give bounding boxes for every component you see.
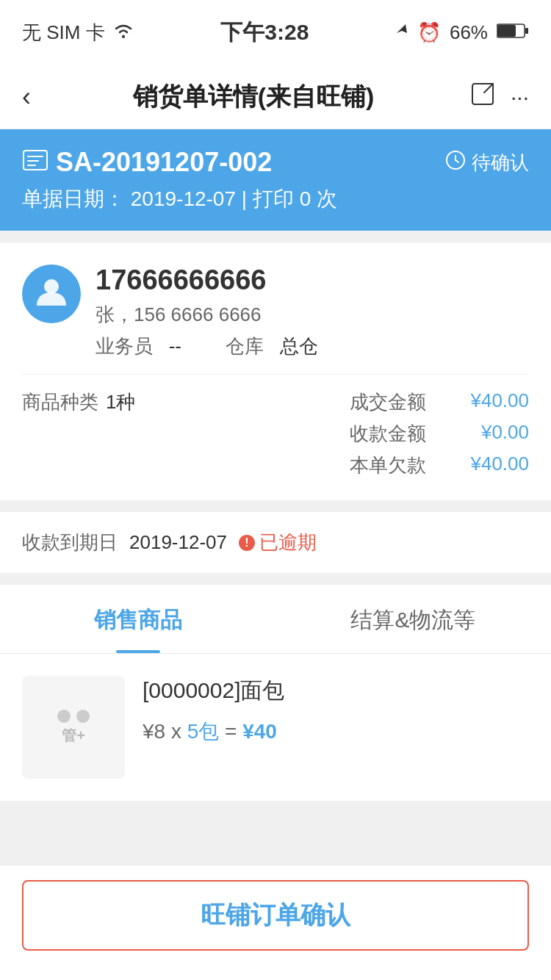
order-header: SA-20191207-002 待确认 单据日期： 2019-12-07 | 打… xyxy=(0,129,551,231)
product-name: [0000002]面包 xyxy=(143,676,529,706)
product-types-value: 1种 xyxy=(106,389,135,415)
amounts: 成交金额 ¥40.00 收款金额 ¥0.00 本单欠款 ¥40.00 xyxy=(350,389,529,478)
due-date-value: 2019-12-07 xyxy=(129,531,227,554)
page-title: 销货单详情(来自旺铺) xyxy=(66,80,441,114)
brand-eye-right xyxy=(76,710,90,723)
product-price: ¥8 x 5包 = ¥40 xyxy=(143,718,529,746)
received-label: 收款金额 xyxy=(350,421,426,447)
order-id: SA-20191207-002 xyxy=(22,147,272,178)
warehouse-label: 仓库 xyxy=(226,335,264,357)
battery-text: 66% xyxy=(450,21,488,44)
product-qty: 5包 xyxy=(187,720,220,743)
due-label: 本单欠款 xyxy=(350,453,426,478)
received-value: ¥0.00 xyxy=(441,421,529,447)
brand-text: 管+ xyxy=(62,726,85,746)
due-row: 本单欠款 ¥40.00 xyxy=(350,453,529,478)
product-types-row: 商品种类 1种 xyxy=(22,389,135,415)
customer-meta: 业务员 -- 仓库 总仓 xyxy=(96,334,529,359)
salesperson-value: -- xyxy=(169,335,181,357)
status-text: 待确认 xyxy=(472,150,529,176)
divider-1 xyxy=(22,374,529,375)
order-id-text: SA-20191207-002 xyxy=(56,147,272,178)
tab-products[interactable]: 销售商品 xyxy=(0,585,276,653)
alarm-icon: ⏰ xyxy=(417,21,441,44)
bottom-action: 旺铺订单确认 xyxy=(0,865,551,980)
customer-section: 17666666666 张，156 6666 6666 业务员 -- 仓库 总仓 xyxy=(22,264,529,359)
transaction-row: 成交金额 ¥40.00 xyxy=(350,389,529,415)
product-types-label: 商品种类 xyxy=(22,389,98,415)
confirm-button[interactable]: 旺铺订单确认 xyxy=(22,880,529,951)
more-icon[interactable]: ··· xyxy=(511,84,529,109)
product-details: [0000002]面包 ¥8 x 5包 = ¥40 xyxy=(143,676,529,779)
transaction-label: 成交金额 xyxy=(350,389,426,415)
location-icon xyxy=(395,21,408,44)
tabs-header: 销售商品 结算&物流等 xyxy=(0,585,551,654)
wifi-icon xyxy=(112,21,134,44)
order-icon xyxy=(22,147,48,178)
received-row: 收款金额 ¥0.00 xyxy=(350,421,529,447)
nav-bar: ‹ 销货单详情(来自旺铺) ··· xyxy=(0,65,551,129)
tab-settlement[interactable]: 结算&物流等 xyxy=(276,585,551,653)
price-unit: ¥8 xyxy=(143,720,165,743)
clock-icon xyxy=(445,150,466,176)
transaction-value: ¥40.00 xyxy=(441,389,529,415)
due-date-label: 收款到期日 xyxy=(22,530,118,555)
due-date-section: 收款到期日 2019-12-07 ! 已逾期 xyxy=(0,512,551,573)
brand-eyes xyxy=(57,710,90,723)
multiply-sign: x xyxy=(171,720,187,743)
status-time: 下午3:28 xyxy=(220,18,309,48)
svg-point-0 xyxy=(122,35,125,38)
status-left: 无 SIM 卡 xyxy=(22,20,134,46)
customer-card: 17666666666 张，156 6666 6666 业务员 -- 仓库 总仓 xyxy=(0,242,551,500)
svg-rect-3 xyxy=(525,28,528,34)
order-header-top: SA-20191207-002 待确认 xyxy=(22,147,529,178)
warehouse-info: 仓库 总仓 xyxy=(226,334,318,359)
overdue-text: 已逾期 xyxy=(259,530,317,555)
customer-avatar xyxy=(22,264,81,323)
order-status: 待确认 xyxy=(445,150,529,176)
amount-section: 商品种类 1种 成交金额 ¥40.00 收款金额 ¥0.00 本单欠款 ¥40.… xyxy=(22,389,529,478)
brand-logo: 管+ xyxy=(57,710,90,746)
svg-point-7 xyxy=(44,279,59,294)
svg-rect-2 xyxy=(497,25,516,37)
salesperson-info: 业务员 -- xyxy=(96,334,181,359)
status-bar: 无 SIM 卡 下午3:28 ⏰ 66% xyxy=(0,0,551,65)
overdue-badge: ! 已逾期 xyxy=(239,530,317,555)
carrier-text: 无 SIM 卡 xyxy=(22,20,105,46)
overdue-dot: ! xyxy=(239,535,255,551)
salesperson-label: 业务员 xyxy=(96,335,153,357)
brand-eye-left xyxy=(57,710,71,723)
product-types-section: 商品种类 1种 xyxy=(22,389,135,415)
nav-actions: ··· xyxy=(441,81,529,112)
customer-phone: 17666666666 xyxy=(96,264,529,296)
customer-info: 17666666666 张，156 6666 6666 业务员 -- 仓库 总仓 xyxy=(96,264,529,359)
customer-name: 张，156 6666 6666 xyxy=(96,302,529,328)
product-item: 管+ [0000002]面包 ¥8 x 5包 = ¥40 xyxy=(0,654,551,801)
share-icon[interactable] xyxy=(469,81,496,112)
product-total: ¥40 xyxy=(242,720,277,743)
product-image: 管+ xyxy=(22,676,125,779)
person-icon xyxy=(34,273,69,315)
warehouse-value: 总仓 xyxy=(280,335,318,357)
order-date-info: 单据日期： 2019-12-07 | 打印 0 次 xyxy=(22,185,529,213)
back-button[interactable]: ‹ xyxy=(22,82,66,112)
battery-icon xyxy=(497,21,529,44)
due-value: ¥40.00 xyxy=(441,453,529,478)
status-right: ⏰ 66% xyxy=(395,21,529,44)
tabs-container: 销售商品 结算&物流等 管+ [0000002]面包 ¥8 x 5包 = xyxy=(0,585,551,801)
equals-sign: = xyxy=(225,720,242,743)
